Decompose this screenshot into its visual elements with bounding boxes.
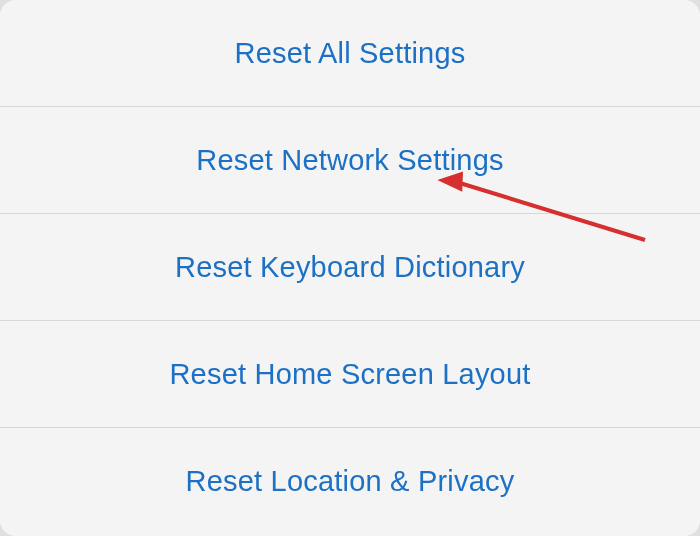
reset-location-privacy-row[interactable]: Reset Location & Privacy bbox=[0, 428, 700, 535]
reset-keyboard-dictionary-row[interactable]: Reset Keyboard Dictionary bbox=[0, 214, 700, 321]
reset-network-settings-label: Reset Network Settings bbox=[196, 144, 503, 177]
reset-keyboard-dictionary-label: Reset Keyboard Dictionary bbox=[175, 251, 525, 284]
reset-home-screen-layout-row[interactable]: Reset Home Screen Layout bbox=[0, 321, 700, 428]
reset-all-settings-row[interactable]: Reset All Settings bbox=[0, 0, 700, 107]
reset-home-screen-layout-label: Reset Home Screen Layout bbox=[169, 358, 530, 391]
reset-network-settings-row[interactable]: Reset Network Settings bbox=[0, 107, 700, 214]
reset-settings-card: Reset All Settings Reset Network Setting… bbox=[0, 0, 700, 536]
reset-all-settings-label: Reset All Settings bbox=[235, 37, 466, 70]
reset-location-privacy-label: Reset Location & Privacy bbox=[186, 465, 515, 498]
